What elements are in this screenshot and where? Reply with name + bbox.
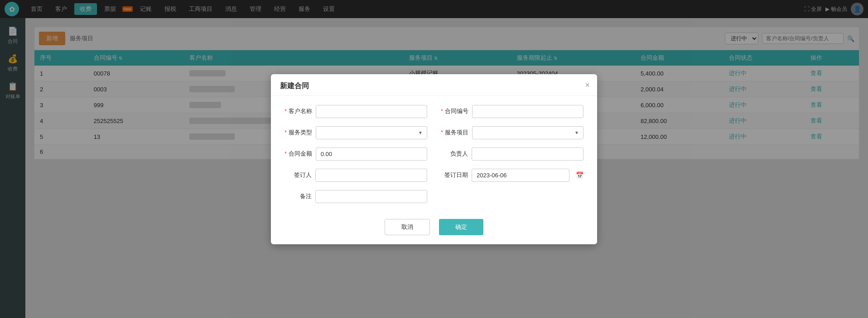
- main-wrapper: 📄 合同 💰 收费 📋 对账单 新增 服务项目 进行中 已完成 已终止: [0, 18, 868, 318]
- input-sign-date[interactable]: [472, 169, 569, 182]
- field-responsible: 负责人: [441, 147, 583, 161]
- cancel-button[interactable]: 取消: [385, 219, 430, 235]
- modal-overlay[interactable]: 新建合同 × 客户名称 合同编号: [25, 18, 868, 318]
- label-signer: 签订人: [285, 171, 312, 179]
- modal-footer: 取消 确定: [271, 212, 597, 244]
- label-responsible: 负责人: [441, 150, 468, 158]
- field-service-type: 服务类型: [285, 126, 427, 139]
- select-service-type[interactable]: [316, 126, 427, 139]
- form-row-2: 服务类型 服务项目: [285, 126, 583, 139]
- field-contract-no: 合同编号: [441, 105, 583, 118]
- modal-close-button[interactable]: ×: [585, 81, 590, 90]
- confirm-button[interactable]: 确定: [439, 219, 483, 235]
- field-signer: 签订人: [285, 169, 427, 182]
- content-area: 新增 服务项目 进行中 已完成 已终止 🔍 序号 合同编: [25, 18, 868, 318]
- input-contract-no[interactable]: [472, 105, 583, 118]
- input-client-name[interactable]: [316, 105, 427, 118]
- field-client-name: 客户名称: [285, 105, 427, 118]
- form-row-5: 备注: [285, 190, 583, 203]
- modal-header: 新建合同 ×: [271, 74, 597, 96]
- field-contract-amount: 合同金额: [285, 147, 427, 161]
- field-service-item: 服务项目: [441, 126, 583, 139]
- field-sign-date: 签订日期 📅: [441, 169, 583, 182]
- select-service-item[interactable]: [472, 126, 583, 139]
- service-type-select-wrapper: [316, 126, 427, 139]
- label-contract-amount: 合同金额: [285, 150, 312, 158]
- field-remark: 备注: [285, 190, 427, 203]
- form-row-1: 客户名称 合同编号: [285, 105, 583, 118]
- label-contract-no: 合同编号: [441, 107, 468, 115]
- calendar-icon[interactable]: 📅: [576, 171, 583, 179]
- input-contract-amount[interactable]: [316, 147, 427, 161]
- service-item-select-wrapper: [472, 126, 583, 139]
- new-contract-modal: 新建合同 × 客户名称 合同编号: [271, 74, 597, 244]
- form-row-3: 合同金额 负责人: [285, 147, 583, 161]
- label-client-name: 客户名称: [285, 107, 312, 115]
- input-remark[interactable]: [315, 190, 427, 203]
- modal-title: 新建合同: [280, 82, 309, 90]
- label-service-item: 服务项目: [441, 128, 468, 137]
- input-signer[interactable]: [315, 169, 427, 182]
- label-service-type: 服务类型: [285, 128, 312, 137]
- label-sign-date: 签订日期: [441, 171, 468, 179]
- input-responsible[interactable]: [472, 147, 583, 161]
- label-remark: 备注: [285, 192, 312, 200]
- modal-body: 客户名称 合同编号 服务类型: [271, 96, 597, 212]
- form-row-4: 签订人 签订日期 📅: [285, 169, 583, 182]
